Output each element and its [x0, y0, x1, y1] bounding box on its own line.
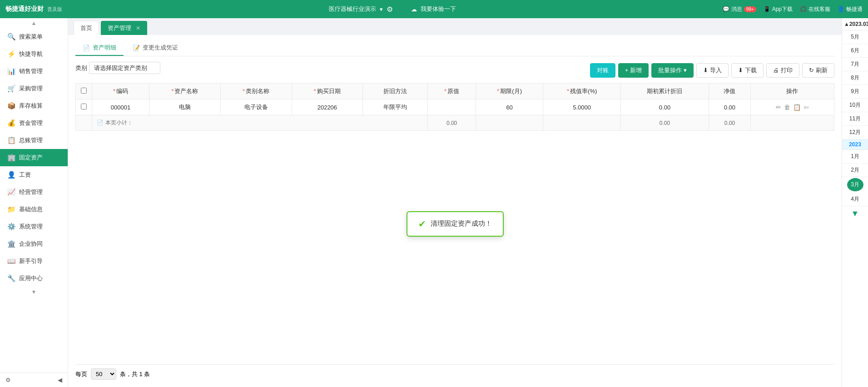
- sidebar-item-purchase[interactable]: 🛒 采购管理: [0, 80, 68, 97]
- app-download-label: App下载: [772, 5, 793, 13]
- th-period: *期限(月): [476, 84, 543, 99]
- table-row: 000001 电脑 电子设备 202206 年限平均 60 5.0000 0.0…: [76, 99, 834, 115]
- app-icon: 📱: [764, 6, 770, 12]
- sidebar-item-quick-nav[interactable]: ⚡ 快捷导航: [0, 45, 68, 63]
- calendar-month-8[interactable]: 8月: [842, 71, 868, 85]
- sidebar-item-inventory[interactable]: 📦 库存核算: [0, 97, 68, 114]
- calendar-month-3-current[interactable]: 3月: [847, 178, 863, 192]
- tab-asset-mgmt[interactable]: 资产管理 ✕: [101, 21, 147, 35]
- tabs-bar: 首页 资产管理 ✕: [68, 18, 842, 35]
- row-dep-method: 年限平均: [363, 99, 428, 115]
- toolbar: 类别 请选择固定资产类别 对账 + 新: [75, 62, 834, 79]
- row-code: 000001: [92, 99, 149, 115]
- calendar-month-12[interactable]: 12月: [842, 126, 868, 139]
- th-name: *资产名称: [149, 84, 221, 99]
- calendar-nav-down[interactable]: ▼: [842, 206, 868, 221]
- tab-home[interactable]: 首页: [74, 21, 99, 35]
- toolbar-left: 类别 请选择固定资产类别: [75, 62, 160, 79]
- import-button[interactable]: ⬇ 导入: [696, 63, 729, 78]
- th-purchase-date: *购买日期: [292, 84, 363, 99]
- sidebar-label-corp: 企业协同: [19, 240, 43, 248]
- avatar-icon: 👤: [838, 6, 844, 12]
- sidebar-item-app-center[interactable]: 🔧 应用中心: [0, 270, 68, 287]
- sidebar-item-corp[interactable]: 🏛️ 企业协同: [0, 235, 68, 253]
- experience-btn[interactable]: 我要体验一下: [421, 5, 456, 13]
- print-button[interactable]: 🖨 打印: [766, 63, 799, 78]
- sidebar-item-basic-info[interactable]: 📁 基础信息: [0, 201, 68, 218]
- calendar-panel: ▲ 2023.03 ✕ ⤢ 5月 6月 7月 8月 9月 10月 11月 12月…: [842, 18, 868, 387]
- category-label: 类别: [75, 64, 87, 72]
- new-button[interactable]: + 新增: [618, 63, 649, 78]
- toolbar-right: 对账 + 新增 批量操作 ▾ ⬇ 导入 ⬇ 下载: [590, 63, 834, 78]
- sidebar-item-ops[interactable]: 📈 经营管理: [0, 184, 68, 201]
- category-filter-group: 类别 请选择固定资产类别: [75, 62, 160, 74]
- sidebar-scroll-down[interactable]: ▼: [0, 287, 68, 297]
- online-service-label: 在线客服: [808, 5, 830, 13]
- calendar-month-2[interactable]: 2月: [842, 164, 868, 177]
- row-purchase-date: 202206: [292, 99, 363, 115]
- sidebar-label-payroll: 工资: [19, 171, 31, 179]
- settings-icon[interactable]: ⚙: [387, 5, 393, 14]
- online-service-btn[interactable]: 🎧 在线客服: [800, 5, 830, 13]
- sidebar-item-ledger[interactable]: 📋 总账管理: [0, 132, 68, 149]
- user-avatar[interactable]: 👤 畅捷通: [838, 5, 863, 13]
- sidebar-item-guide[interactable]: 📖 新手引导: [0, 253, 68, 270]
- sidebar-item-system[interactable]: ⚙️ 系统管理: [0, 218, 68, 235]
- delete-icon[interactable]: 🗑: [784, 104, 790, 111]
- sidebar-collapse-icon[interactable]: ◀: [58, 377, 62, 383]
- per-page-select[interactable]: 50 20 100: [91, 368, 116, 380]
- category-select[interactable]: 请选择固定资产类别: [89, 62, 160, 74]
- calendar-month-10[interactable]: 10月: [842, 99, 868, 112]
- sidebar-item-search[interactable]: 🔍 搜索菜单: [0, 28, 68, 45]
- calendar-month-4[interactable]: 4月: [842, 193, 868, 206]
- asset-table: *编码 *资产名称 *类别名称 *购买日期 折旧方法 *原值 *期限(月) *残…: [75, 83, 834, 131]
- sidebar-label-system: 系统管理: [19, 223, 43, 231]
- sub-tab-change-voucher[interactable]: 📝 变更生成凭证: [125, 40, 185, 56]
- subtotal-row: 📄本页小计： 0.00 0.00 0.00: [76, 115, 834, 131]
- sidebar-item-sales[interactable]: 📊 销售管理: [0, 63, 68, 80]
- download-button[interactable]: ⬇ 下载: [731, 63, 764, 78]
- tab-close-icon[interactable]: ✕: [136, 25, 140, 31]
- row-checkbox-cell: [76, 99, 92, 115]
- copy-icon[interactable]: 📋: [793, 104, 801, 111]
- calendar-month-11[interactable]: 11月: [842, 112, 868, 126]
- more-icon[interactable]: ⇦: [804, 104, 809, 111]
- sidebar-scroll-up[interactable]: ▲: [0, 18, 68, 28]
- row-period: 60: [476, 99, 543, 115]
- inventory-icon: 📦: [7, 102, 15, 110]
- sidebar-item-capital[interactable]: 💰 资金管理: [0, 114, 68, 132]
- message-btn[interactable]: 💬 消息 99+: [723, 5, 756, 13]
- calendar-month-9[interactable]: 9月: [842, 85, 868, 99]
- sidebar-item-payroll[interactable]: 👤 工资: [0, 166, 68, 184]
- th-code: *编码: [92, 84, 149, 99]
- sidebar-settings-icon[interactable]: ⚙: [5, 377, 11, 383]
- sub-tab-asset-detail[interactable]: 📄 资产明细: [75, 40, 124, 56]
- calendar-header-nav-up[interactable]: ▲: [844, 21, 849, 27]
- th-initial-dep: 期初累计折旧: [621, 84, 709, 99]
- calendar-month-7[interactable]: 7月: [842, 58, 868, 71]
- tab-home-label: 首页: [80, 25, 92, 31]
- row-name: 电脑: [149, 99, 221, 115]
- dropdown-icon[interactable]: ▾: [380, 6, 383, 13]
- reconcile-button[interactable]: 对账: [590, 63, 615, 78]
- edit-icon[interactable]: ✏: [776, 104, 781, 111]
- table-header: *编码 *资产名称 *类别名称 *购买日期 折旧方法 *原值 *期限(月) *残…: [76, 84, 834, 99]
- sidebar-item-fixed-assets[interactable]: 🏢 固定资产: [0, 149, 68, 166]
- sidebar-label-app-center: 应用中心: [19, 274, 43, 283]
- app-download-btn[interactable]: 📱 App下载: [764, 5, 793, 13]
- sidebar-label-guide: 新手引导: [19, 257, 43, 265]
- cloud-icon: ☁: [411, 6, 417, 13]
- select-all-checkbox[interactable]: [81, 88, 87, 94]
- batch-ops-button[interactable]: 批量操作 ▾: [651, 63, 694, 78]
- calendar-month-1[interactable]: 1月: [842, 150, 868, 164]
- refresh-button[interactable]: ↻ 刷新: [802, 63, 834, 78]
- fixed-assets-icon: 🏢: [7, 154, 15, 162]
- calendar-month-6[interactable]: 6月: [842, 44, 868, 58]
- print-label: 打印: [781, 66, 793, 74]
- th-dep-method: 折旧方法: [363, 84, 428, 99]
- calendar-header: ▲ 2023.03 ✕ ⤢: [842, 18, 868, 30]
- app-version: 普及版: [47, 6, 62, 13]
- subtotal-initial-dep: 0.00: [621, 115, 709, 131]
- calendar-month-5[interactable]: 5月: [842, 30, 868, 44]
- row-checkbox[interactable]: [81, 104, 87, 109]
